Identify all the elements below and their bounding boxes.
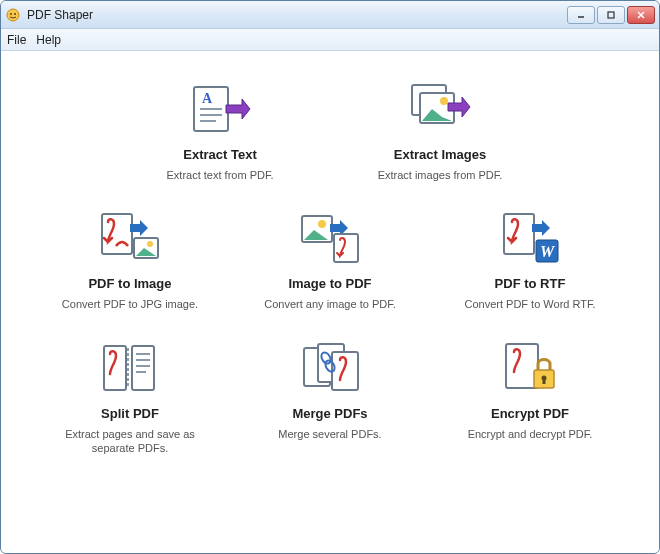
svg-point-17 [147,241,153,247]
svg-text:W: W [540,243,556,260]
tool-encrypt-pdf[interactable]: Encrypt PDF Encrypt and decrypt PDF. [445,340,615,456]
image-to-pdf-icon [298,210,362,266]
svg-point-19 [318,220,326,228]
svg-rect-25 [132,346,154,390]
extract-images-icon [408,81,472,137]
content-area: A Extract Text Extract text from PDF. [1,51,659,553]
tool-title: Extract Text [183,147,256,162]
tool-extract-images[interactable]: Extract Images Extract images from PDF. [355,81,525,182]
svg-point-1 [10,13,12,15]
app-icon [5,7,21,23]
pdf-to-rtf-icon: W [498,210,562,266]
tool-split-pdf[interactable]: Split PDF Extract pages and save as sepa… [45,340,215,456]
tool-image-to-pdf[interactable]: Image to PDF Convert any image to PDF. [245,210,415,311]
titlebar: PDF Shaper [1,1,659,29]
split-pdf-icon [98,340,162,396]
close-button[interactable] [627,6,655,24]
menubar: File Help [1,29,659,51]
menu-help[interactable]: Help [36,33,61,47]
extract-text-icon: A [188,81,252,137]
tool-extract-text[interactable]: A Extract Text Extract text from PDF. [135,81,305,182]
tool-merge-pdfs[interactable]: Merge PDFs Merge several PDFs. [245,340,415,456]
svg-point-0 [7,9,19,21]
tool-title: Image to PDF [288,276,371,291]
svg-rect-4 [608,12,614,18]
tool-row-2: PDF to Image Convert PDF to JPG image. I… [21,210,639,311]
tool-desc: Convert PDF to JPG image. [62,297,198,311]
tool-title: Merge PDFs [292,406,367,421]
tool-desc: Extract images from PDF. [378,168,503,182]
tool-desc: Convert PDF to Word RTF. [464,297,595,311]
tool-desc: Merge several PDFs. [278,427,381,441]
tool-title: PDF to RTF [495,276,566,291]
svg-rect-39 [543,378,546,384]
pdf-to-image-icon [98,210,162,266]
svg-rect-36 [506,344,538,388]
tool-title: PDF to Image [88,276,171,291]
svg-point-2 [14,13,16,15]
tool-desc: Encrypt and decrypt PDF. [468,427,593,441]
svg-point-14 [440,97,448,105]
tool-pdf-to-rtf[interactable]: W PDF to RTF Convert PDF to Word RTF. [445,210,615,311]
tool-title: Extract Images [394,147,487,162]
window-title: PDF Shaper [27,8,567,22]
svg-text:A: A [202,91,213,106]
tool-row-1: A Extract Text Extract text from PDF. [21,81,639,182]
tool-pdf-to-image[interactable]: PDF to Image Convert PDF to JPG image. [45,210,215,311]
menu-file[interactable]: File [7,33,26,47]
maximize-button[interactable] [597,6,625,24]
merge-pdfs-icon [298,340,362,396]
tool-desc: Extract pages and save as separate PDFs. [45,427,215,456]
svg-rect-15 [102,214,132,254]
tool-title: Encrypt PDF [491,406,569,421]
svg-rect-21 [504,214,534,254]
minimize-button[interactable] [567,6,595,24]
encrypt-pdf-icon [498,340,562,396]
tool-row-3: Split PDF Extract pages and save as sepa… [21,340,639,456]
svg-rect-20 [334,234,358,262]
window-buttons [567,6,655,24]
tool-desc: Extract text from PDF. [167,168,274,182]
tool-title: Split PDF [101,406,159,421]
tool-desc: Convert any image to PDF. [264,297,395,311]
app-window: PDF Shaper File Help A [0,0,660,554]
